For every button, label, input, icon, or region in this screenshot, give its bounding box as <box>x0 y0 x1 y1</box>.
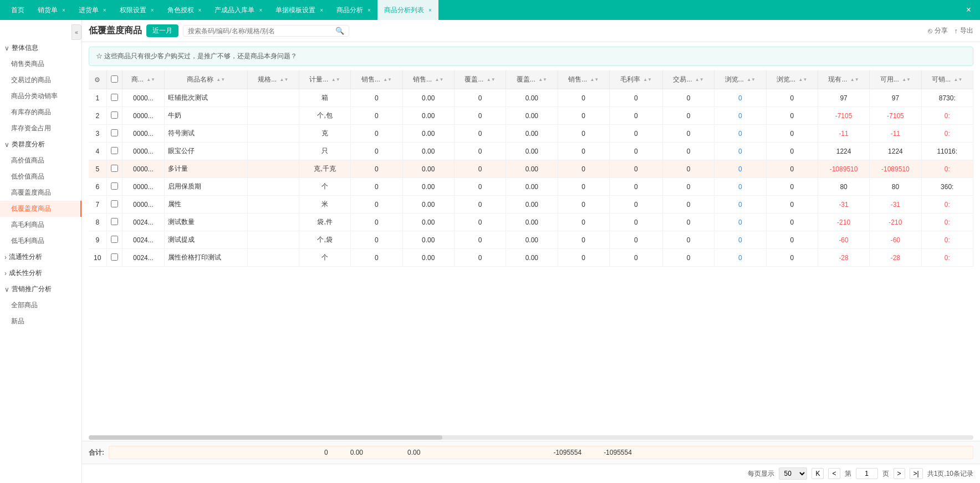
th-unit[interactable]: 计量... ▲▼ <box>299 70 350 89</box>
next-page-btn[interactable]: > <box>894 468 905 479</box>
sidebar-item-capital-usage[interactable]: 库存资金占用 <box>0 120 81 136</box>
horizontal-scrollbar[interactable] <box>89 435 973 440</box>
th-cov2[interactable]: 覆盖... ▲▼ <box>506 70 558 89</box>
nav-permission[interactable]: 权限设置 × <box>113 0 161 20</box>
row-select-checkbox[interactable] <box>111 94 118 101</box>
th-sales3[interactable]: 销售... ▲▼ <box>558 70 609 89</box>
nav-close-icon[interactable]: × <box>103 7 106 13</box>
row-select-checkbox[interactable] <box>111 236 118 243</box>
scrollbar-thumb[interactable] <box>89 435 442 440</box>
row-select-checkbox[interactable] <box>111 182 118 190</box>
row-select-checkbox[interactable] <box>111 147 118 154</box>
row-browse1[interactable]: 0 <box>714 89 766 107</box>
sidebar-item-high-coverage[interactable]: 高覆盖度商品 <box>0 185 81 201</box>
row-select-checkbox[interactable] <box>111 218 118 225</box>
last-page-btn[interactable]: >| <box>910 468 923 479</box>
nav-close-icon[interactable]: × <box>320 7 323 13</box>
th-browse2[interactable]: 浏览... ▲▼ <box>766 70 818 89</box>
th-current[interactable]: 现有... ▲▼ <box>818 70 869 89</box>
settings-icon[interactable]: ⚙ <box>94 76 100 84</box>
row-checkbox[interactable] <box>106 249 122 267</box>
row-checkbox[interactable] <box>106 178 122 196</box>
export-btn[interactable]: ↑ 导出 <box>955 26 974 35</box>
prev-page-btn[interactable]: < <box>828 468 840 479</box>
row-browse1[interactable]: 0 <box>714 178 766 196</box>
sidebar-item-sales-goods[interactable]: 销售类商品 <box>0 56 81 72</box>
sidebar-section-cluster[interactable]: ∨ 类群度分析 <box>0 136 81 152</box>
row-browse1[interactable]: 0 <box>714 107 766 125</box>
browse1-link[interactable]: 0 <box>738 94 742 102</box>
row-checkbox[interactable] <box>106 231 122 249</box>
sidebar-item-traded-goods[interactable]: 交易过的商品 <box>0 72 81 88</box>
per-page-select[interactable]: 50 100 200 <box>779 467 807 480</box>
th-name[interactable]: 商品名称 ▲▼ <box>165 70 247 89</box>
select-all-checkbox[interactable] <box>111 75 118 83</box>
row-checkbox[interactable] <box>106 213 122 231</box>
filter-recent-month-btn[interactable]: 近一月 <box>146 24 178 37</box>
nav-product-analysis-list[interactable]: 商品分析列表 × <box>377 0 438 20</box>
browse1-link[interactable]: 0 <box>738 201 742 209</box>
row-select-checkbox[interactable] <box>111 200 118 207</box>
row-browse1[interactable]: 0 <box>714 231 766 249</box>
nav-product-inbound[interactable]: 产成品入库单 × <box>208 0 269 20</box>
th-cov1[interactable]: 覆盖... ▲▼ <box>454 70 506 89</box>
browse1-link[interactable]: 0 <box>738 183 742 191</box>
row-browse1[interactable]: 0 <box>714 125 766 143</box>
row-checkbox[interactable] <box>106 143 122 160</box>
window-close-button[interactable]: × <box>962 5 976 15</box>
th-gross[interactable]: 毛利率 ▲▼ <box>609 70 662 89</box>
sidebar-section-overall[interactable]: ∨ 整体信息 <box>0 40 81 56</box>
nav-close-icon[interactable]: × <box>368 7 371 13</box>
row-browse1[interactable]: 0 <box>714 213 766 231</box>
table-container[interactable]: ⚙ 商... ▲▼ 商品名称 ▲▼ <box>82 70 980 434</box>
nav-role-auth[interactable]: 角色授权 × <box>161 0 208 20</box>
row-select-checkbox[interactable] <box>111 111 118 119</box>
sidebar-item-stock-goods[interactable]: 有库存的商品 <box>0 104 81 120</box>
sidebar-item-category-rate[interactable]: 商品分类动销率 <box>0 88 81 104</box>
row-select-checkbox[interactable] <box>111 253 118 261</box>
row-select-checkbox[interactable] <box>111 165 118 172</box>
th-sales-qty[interactable]: 销售... ▲▼ <box>351 70 402 89</box>
row-checkbox[interactable] <box>106 125 122 143</box>
sidebar-item-low-coverage[interactable]: 低覆盖度商品 <box>0 201 81 217</box>
sidebar-item-high-value[interactable]: 高价值商品 <box>0 152 81 169</box>
th-settings[interactable]: ⚙ <box>89 70 106 89</box>
th-code[interactable]: 商... ▲▼ <box>122 70 165 89</box>
nav-sales-order[interactable]: 销货单 × <box>31 0 72 20</box>
nav-template[interactable]: 单据模板设置 × <box>269 0 330 20</box>
search-input[interactable] <box>188 27 335 35</box>
browse1-link[interactable]: 0 <box>738 218 742 226</box>
sidebar-item-all-goods[interactable]: 全部商品 <box>0 297 81 313</box>
nav-purchase-order[interactable]: 进货单 × <box>72 0 113 20</box>
nav-close-icon[interactable]: × <box>62 7 65 13</box>
sidebar-item-new-goods[interactable]: 新品 <box>0 313 81 329</box>
row-select-checkbox[interactable] <box>111 129 118 136</box>
th-trans[interactable]: 交易... ▲▼ <box>662 70 714 89</box>
browse1-link[interactable]: 0 <box>738 130 742 138</box>
nav-close-icon[interactable]: × <box>198 7 202 13</box>
browse1-link[interactable]: 0 <box>738 254 742 262</box>
sidebar-item-low-margin[interactable]: 低毛利商品 <box>0 233 81 249</box>
browse1-link[interactable]: 0 <box>738 148 742 155</box>
share-btn[interactable]: ⎋ 分享 <box>928 26 948 35</box>
browse1-link[interactable]: 0 <box>738 165 742 173</box>
th-spec[interactable]: 规格... ▲▼ <box>247 70 299 89</box>
sidebar-section-flow[interactable]: › 流通性分析 <box>0 249 81 265</box>
browse1-link[interactable]: 0 <box>738 236 742 244</box>
sidebar-section-marketing[interactable]: ∨ 营销推广分析 <box>0 281 81 297</box>
first-page-btn[interactable]: K <box>811 468 824 479</box>
row-checkbox[interactable] <box>106 196 122 213</box>
nav-close-icon[interactable]: × <box>151 7 154 13</box>
row-checkbox[interactable] <box>106 89 122 107</box>
nav-active-close-icon[interactable]: × <box>428 7 432 13</box>
sidebar-item-high-margin[interactable]: 高毛利商品 <box>0 217 81 233</box>
th-sellable[interactable]: 可销... ▲▼ <box>921 70 973 89</box>
sidebar-item-low-value[interactable]: 低价值商品 <box>0 169 81 185</box>
sidebar-collapse-btn[interactable]: « <box>72 24 81 40</box>
nav-close-icon[interactable]: × <box>259 7 262 13</box>
row-browse1[interactable]: 0 <box>714 249 766 267</box>
row-browse1[interactable]: 0 <box>714 196 766 213</box>
th-checkbox[interactable] <box>106 70 122 89</box>
nav-home[interactable]: 首页 <box>4 0 31 20</box>
page-number-input[interactable] <box>856 468 878 479</box>
